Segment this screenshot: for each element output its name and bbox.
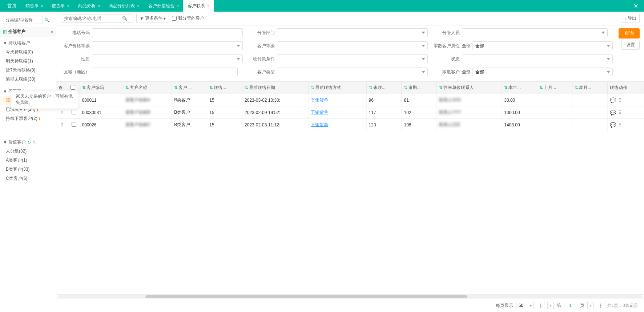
th-overdue[interactable]: ⇅逾期... <box>402 82 437 94</box>
toolbar-search-icon[interactable]: 🔍 <box>122 16 128 21</box>
page-first-btn[interactable]: ⟪ <box>537 302 544 309</box>
value-refresh-icon[interactable]: ↻ <box>27 140 31 145</box>
filter-price-grade-label: 客户价格等级 <box>61 43 90 49</box>
th-code[interactable]: ⇅客户编码 <box>80 82 123 94</box>
page-next-btn[interactable]: › <box>587 302 594 309</box>
value-edit-icon[interactable]: ✎ <box>32 140 36 145</box>
sidebar-item-7days[interactable]: 近7天待联络(0) <box>0 66 56 75</box>
filter-manager-select[interactable] <box>462 28 608 37</box>
action-chat-icon-2[interactable]: 💬 <box>610 110 616 116</box>
filter-region-input[interactable] <box>92 68 238 76</box>
close-analysis-tab[interactable]: × <box>98 4 100 8</box>
page-last-btn[interactable]: ⟫ <box>597 302 604 309</box>
close-customer-layer-tab[interactable]: × <box>177 4 179 8</box>
filter-more-btn[interactable]: ▼ 更多条件 ▾ <box>136 14 169 23</box>
horizontal-scrollbar[interactable] <box>56 294 644 299</box>
sidebar-item-today[interactable]: 今天待联络(0) <box>0 48 56 57</box>
filter-phone-input[interactable] <box>92 28 243 37</box>
action-more-icon-3[interactable]: ⠿ <box>618 122 622 128</box>
my-customers-checkbox[interactable] <box>172 16 177 21</box>
filter-manager-dots[interactable]: ··· <box>609 30 613 35</box>
all-customers-label: 全部客户 <box>8 29 25 35</box>
th-contact[interactable]: ⇅联络... <box>207 82 242 94</box>
close-analysis-list-tab[interactable]: × <box>137 4 139 8</box>
my-customers-checkbox-label[interactable]: 我分管的客户 <box>172 15 204 21</box>
query-button[interactable]: 查询 <box>619 28 640 39</box>
page-size-select[interactable]: 50 20 100 <box>516 302 534 309</box>
sidebar-search-input[interactable] <box>3 16 43 24</box>
th-this-month[interactable]: ⇅本月... <box>572 82 607 94</box>
row-checkbox-3[interactable] <box>72 122 76 127</box>
td-index-3: 3 <box>56 119 68 131</box>
filter-retail-label: 零散客户 <box>431 69 460 75</box>
nav-tab-analysis-list[interactable]: 商品分析列表 × <box>104 0 144 12</box>
nav-tab-customer-contact[interactable]: 客户联系 × <box>183 0 214 12</box>
nav-tab-customer-layer[interactable]: 客户分层经营 × <box>144 0 183 12</box>
filter-dept-label: 分管部门 <box>246 30 275 36</box>
sidebar-item-overdue[interactable]: 逾期未联络(30) <box>0 75 56 84</box>
td-lastmonth-3 <box>537 119 572 131</box>
nav-close-button[interactable]: ✕ <box>631 3 641 9</box>
sidebar-item-b-class[interactable]: B类客户(33) <box>0 165 56 174</box>
toolbar-search-input[interactable] <box>64 16 122 21</box>
action-more-icon-2[interactable]: ⠿ <box>618 110 622 116</box>
filter-dept-select[interactable] <box>277 28 428 37</box>
nav-tab-analysis[interactable]: 商品分析 × <box>74 0 104 12</box>
th-name[interactable]: ⇅客户名称 <box>123 82 172 94</box>
filter-payment-select[interactable] <box>277 54 428 63</box>
sidebar-item-tomorrow[interactable]: 明天待联络(1) <box>0 57 56 66</box>
sidebar-item-c-class[interactable]: C类客户(6) <box>0 174 56 183</box>
settings-button[interactable]: 设置 <box>621 40 640 50</box>
filter-ctype-select[interactable] <box>277 68 428 76</box>
td-contact-3: 15 <box>207 119 242 131</box>
page-prev-btn[interactable]: ‹ <box>547 302 554 309</box>
section-pending-title[interactable]: ▼ 待联络客户 <box>0 39 56 48</box>
filter-retail-attr-label: 零散客户属性 <box>431 43 460 49</box>
td-lastmethod-1[interactable]: 下销货单 <box>309 94 366 106</box>
close-sales-tab[interactable]: × <box>41 4 43 8</box>
td-lastmethod-3[interactable]: 下销货单 <box>309 119 366 131</box>
th-this-year[interactable]: ⇅本年... <box>502 82 537 94</box>
sidebar-item-declining[interactable]: 持续下滑客户(2) ℹ <box>0 114 56 123</box>
filter-retail-select[interactable]: 全部 <box>472 68 613 76</box>
all-customers-header[interactable]: ⊞ 全部客户 « <box>0 27 56 37</box>
filter-status-select[interactable] <box>462 54 613 63</box>
sidebar-item-ungroup[interactable]: 未分组(32) <box>0 147 56 156</box>
filter-nature-select[interactable] <box>92 54 243 63</box>
td-lastmonth-1 <box>537 94 572 106</box>
row-checkbox-2[interactable] <box>72 110 76 114</box>
action-chat-icon-3[interactable]: 💬 <box>610 122 616 128</box>
pending-arrow-icon: ▼ <box>3 41 7 46</box>
th-last-month[interactable]: ⇅上月... <box>537 82 572 94</box>
close-customer-contact-tab[interactable]: × <box>207 4 209 8</box>
td-lastmethod-2[interactable]: 下销货单 <box>309 106 366 119</box>
export-button[interactable]: ↑ 导出 <box>621 14 640 23</box>
close-purchase-tab[interactable]: × <box>67 4 69 8</box>
action-more-icon-1[interactable]: ⠿ <box>618 97 622 103</box>
filter-customer-grade-select[interactable] <box>277 41 428 50</box>
th-type[interactable]: ⇅客户... <box>172 82 207 94</box>
th-uncontacted[interactable]: ⇅未联... <box>366 82 402 94</box>
sidebar-search-icon[interactable]: 🔍 <box>44 17 50 23</box>
select-all-checkbox[interactable] <box>71 85 75 90</box>
th-contact2[interactable]: ⇅往来单位联系人 <box>437 82 502 94</box>
sidebar-item-a-class[interactable]: A类客户(1) <box>0 156 56 165</box>
td-lastdate-3: 2023-02-03 11:12: <box>242 119 309 131</box>
scroll-track[interactable] <box>58 295 643 298</box>
filter-region-dots[interactable]: ··· <box>239 69 243 74</box>
section-value-title[interactable]: ▼ 价值客户 ↻ ✎ <box>0 138 56 147</box>
filter-phone-label: 电话号码 <box>61 30 90 36</box>
nav-tab-purchase[interactable]: 进货单 × <box>47 0 73 12</box>
td-checkbox-3[interactable] <box>68 119 80 131</box>
nav-home[interactable]: 首页 <box>3 3 21 9</box>
filter-retail-value: 全部 <box>462 69 471 75</box>
filter-phone-field: 电话号码 <box>61 28 243 37</box>
scroll-thumb[interactable] <box>145 295 467 298</box>
th-last-date[interactable]: ⇅最后联络日期 <box>242 82 309 94</box>
action-chat-icon-1[interactable]: 💬 <box>610 97 616 103</box>
nav-tab-sales[interactable]: 销售单 × <box>21 0 47 12</box>
filter-retail-attr-select[interactable]: 全部 <box>472 41 613 50</box>
th-last-method[interactable]: ⇅最后联络方式 <box>309 82 366 94</box>
filter-price-grade-select[interactable] <box>92 41 243 50</box>
page-input[interactable] <box>564 302 577 309</box>
